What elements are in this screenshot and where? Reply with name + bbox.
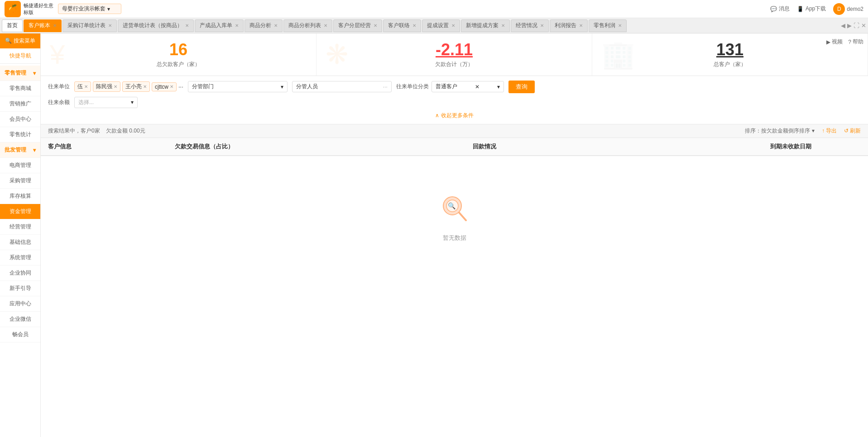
tab-customer-contact-label: 客户联络 bbox=[388, 22, 410, 29]
svg-line-2 bbox=[459, 213, 466, 220]
sidebar-item-newbie[interactable]: 新手引导 bbox=[0, 281, 40, 296]
tab-home-label: 首页 bbox=[7, 22, 18, 29]
col-due-date: 到期未收款日期 bbox=[770, 142, 861, 151]
tab-scroll-left-icon[interactable]: ◀ bbox=[841, 22, 845, 29]
tab-close-icon[interactable]: ✕ bbox=[324, 23, 327, 28]
refresh-button[interactable]: ↺ 刷新 bbox=[844, 127, 861, 135]
person-select[interactable]: 分管人员 ··· bbox=[292, 81, 392, 92]
tab-customer-tier[interactable]: 客户分层经营 ✕ bbox=[333, 19, 382, 32]
tab-close-icon[interactable]: ✕ bbox=[53, 23, 57, 28]
sidebar-item-basic-info[interactable]: 基础信息 bbox=[0, 235, 40, 250]
tab-product-analysis-list[interactable]: 商品分析列表 ✕ bbox=[283, 19, 332, 32]
result-actions: 排序：按欠款金额倒序排序 ▾ ↑ 导出 ↺ 刷新 bbox=[745, 127, 861, 135]
tab-close-icon[interactable]: ✕ bbox=[579, 23, 583, 28]
sidebar-search[interactable]: 🔍 搜索菜单 bbox=[0, 33, 40, 48]
sort-select[interactable]: 排序：按欠款金额倒序排序 ▾ bbox=[745, 127, 815, 135]
messages-btn[interactable]: 💬 消息 bbox=[770, 5, 790, 13]
sort-chevron: ▾ bbox=[812, 128, 815, 134]
help-btn[interactable]: ? 帮助 bbox=[848, 38, 863, 46]
sidebar-item-member[interactable]: 畅会员 bbox=[0, 327, 40, 342]
sidebar-item-marketing[interactable]: 营销推广 bbox=[0, 96, 40, 112]
tab-fullscreen-icon[interactable]: ⛶ bbox=[854, 22, 859, 29]
tag-more[interactable]: ··· bbox=[178, 83, 183, 90]
tab-close-icon[interactable]: ✕ bbox=[412, 23, 416, 28]
sidebar-item-wechat[interactable]: 企业微信 bbox=[0, 312, 40, 327]
tab-operations-label: 经营情况 bbox=[516, 22, 537, 29]
tab-close-icon[interactable]: ✕ bbox=[108, 23, 112, 28]
sidebar-item-inventory[interactable]: 库存核算 bbox=[0, 189, 40, 204]
tab-close-icon[interactable]: ✕ bbox=[540, 23, 544, 28]
tag-wang-close[interactable]: ✕ bbox=[143, 84, 147, 89]
quick-nav[interactable]: 快捷导航 bbox=[0, 48, 40, 64]
dept-label: 分管部门 bbox=[192, 83, 214, 90]
tab-customer-contact[interactable]: 客户联络 ✕ bbox=[383, 19, 421, 32]
tab-purchase-order[interactable]: 采购订单统计表 ✕ bbox=[62, 19, 117, 32]
tab-inventory-stats[interactable]: 进货单统计表（按商品） ✕ bbox=[118, 19, 194, 32]
dept-select[interactable]: 分管部门 ▾ bbox=[188, 81, 288, 92]
tab-profit-report[interactable]: 利润报告 ✕ bbox=[550, 19, 588, 32]
help-icon: ? bbox=[848, 39, 851, 45]
balance-select[interactable]: 选择... ▾ bbox=[74, 97, 138, 108]
stat-label-amount: 欠款合计（万） bbox=[435, 61, 473, 68]
tab-close-icon[interactable]: ✕ bbox=[618, 23, 622, 28]
company-select[interactable]: 母婴行业演示帐套 ▾ bbox=[58, 4, 121, 14]
tab-commission-settings[interactable]: 提成设置 ✕ bbox=[422, 19, 460, 32]
sidebar-item-purchase-mgmt[interactable]: 采购管理 bbox=[0, 173, 40, 189]
quick-nav-label: 快捷导航 bbox=[10, 52, 31, 59]
table-header: 客户信息 欠款交易信息（占比） 回款情况 到期未收款日期 bbox=[41, 138, 868, 156]
tab-close-icon[interactable]: ✕ bbox=[274, 23, 278, 28]
sidebar: 🔍 搜索菜单 快捷导航 零售管理 ▾ 零售商城 营销推广 会员中心 零售统计 批… bbox=[0, 33, 41, 437]
chevron-icon: ▾ bbox=[33, 70, 36, 76]
tab-new-commission[interactable]: 新增提成方案 ✕ bbox=[461, 19, 510, 32]
app-download-btn[interactable]: 📱 App下载 bbox=[797, 5, 826, 13]
result-amount: 欠款金额 0.00元 bbox=[106, 128, 145, 134]
tab-close-icon[interactable]: ✕ bbox=[374, 23, 377, 28]
tab-operations[interactable]: 经营情况 ✕ bbox=[511, 19, 549, 32]
top-bar: 🍊 畅捷通好生意 标版 母婴行业演示帐套 ▾ 💬 消息 📱 App下载 D de… bbox=[0, 0, 868, 18]
sidebar-item-retail-store[interactable]: 零售商城 bbox=[0, 81, 40, 96]
sidebar-item-retail-stats[interactable]: 零售统计 bbox=[0, 127, 40, 142]
sidebar-item-member-center[interactable]: 会员中心 bbox=[0, 112, 40, 127]
video-label: 视频 bbox=[832, 38, 843, 46]
tab-close-icon[interactable]: ✕ bbox=[235, 23, 239, 28]
tab-close-icon[interactable]: ✕ bbox=[185, 23, 189, 28]
tab-product-analysis[interactable]: 商品分析 ✕ bbox=[245, 19, 283, 32]
sidebar-item-wholesale-mgmt[interactable]: 批发管理 ▾ bbox=[0, 142, 40, 158]
tag-wu-close[interactable]: ✕ bbox=[84, 84, 88, 89]
sidebar-item-finance-mgmt[interactable]: 资金管理 bbox=[0, 204, 40, 219]
tag-chen-close[interactable]: ✕ bbox=[114, 84, 117, 89]
chevron-down-icon: ▾ bbox=[107, 6, 110, 12]
classification-select[interactable]: 普通客户 ✕ ▾ bbox=[432, 81, 504, 92]
main-layout: 🔍 搜索菜单 快捷导航 零售管理 ▾ 零售商城 营销推广 会员中心 零售统计 批… bbox=[0, 33, 868, 437]
tab-close-icon[interactable]: ✕ bbox=[501, 23, 505, 28]
tab-product-inbound[interactable]: 产成品入库单 ✕ bbox=[195, 19, 244, 32]
search-button[interactable]: 查询 bbox=[508, 81, 535, 93]
tab-close-icon[interactable]: ✕ bbox=[451, 23, 455, 28]
empty-icon: 🔍 bbox=[436, 192, 473, 228]
col-debt-info: 欠款交易信息（占比） bbox=[175, 142, 473, 151]
video-btn[interactable]: ▶ 视频 bbox=[826, 38, 843, 46]
tab-scroll-right-icon[interactable]: ▶ bbox=[847, 22, 852, 29]
svg-text:🔍: 🔍 bbox=[448, 202, 456, 210]
tab-retail-profit[interactable]: 零售利润 ✕ bbox=[589, 19, 627, 32]
collapse-button[interactable]: ∧ 收起更多条件 bbox=[435, 112, 474, 119]
classification-tag-close[interactable]: ✕ bbox=[475, 84, 480, 90]
tab-close-all-icon[interactable]: ✕ bbox=[861, 22, 866, 29]
tag-cj-close[interactable]: ✕ bbox=[170, 84, 173, 89]
sidebar-item-app-center[interactable]: 应用中心 bbox=[0, 296, 40, 312]
stat-card-amount: ❋ -2.11 欠款合计（万） bbox=[317, 33, 592, 76]
export-button[interactable]: ↑ 导出 bbox=[822, 127, 837, 135]
sidebar-item-enterprise[interactable]: 企业协同 bbox=[0, 266, 40, 281]
export-label: 导出 bbox=[826, 127, 837, 135]
stats-row: ¥ 16 总欠款客户（家） ❋ -2.11 欠款合计（万） 🏢 131 总客户（… bbox=[41, 33, 868, 76]
user-profile[interactable]: D demo2 bbox=[833, 3, 863, 15]
tab-account-book[interactable]: 客户账本 ✕ bbox=[24, 19, 62, 32]
sidebar-item-retail-mgmt[interactable]: 零售管理 ▾ bbox=[0, 66, 40, 81]
sidebar-item-operations[interactable]: 经营管理 bbox=[0, 219, 40, 235]
sidebar-item-ecommerce[interactable]: 电商管理 bbox=[0, 158, 40, 173]
col-repayment: 回款情况 bbox=[473, 142, 771, 151]
tab-home[interactable]: 首页 bbox=[2, 19, 23, 32]
unit-label: 往来单位 bbox=[48, 83, 70, 90]
sidebar-item-system[interactable]: 系统管理 bbox=[0, 250, 40, 266]
empty-svg: 🔍 bbox=[436, 192, 473, 228]
